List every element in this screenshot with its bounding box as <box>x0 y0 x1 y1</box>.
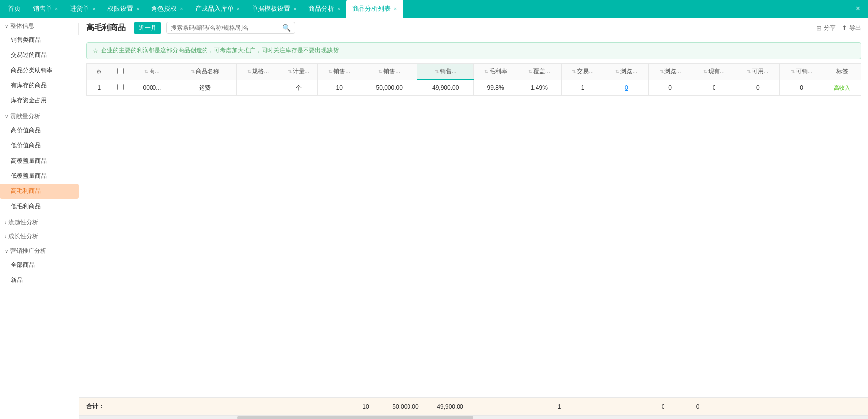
close-bill-template-icon[interactable]: × <box>293 0 296 18</box>
col-transactions[interactable]: ⇅交易... <box>561 64 605 80</box>
nav-home[interactable]: 首页 <box>2 0 27 18</box>
search-icon[interactable]: 🔍 <box>282 24 291 32</box>
col-spec[interactable]: ⇅规格... <box>236 64 280 80</box>
footer-transactions: 1 <box>542 403 576 410</box>
col-coverage[interactable]: ⇅覆盖... <box>517 64 561 80</box>
sidebar-item-high-coverage-goods[interactable]: 高覆盖量商品 <box>0 153 79 169</box>
sidebar-item-category-assist-rate[interactable]: 商品分类助销率 <box>0 63 79 78</box>
search-input[interactable] <box>171 24 279 31</box>
row-tag: 高收入 <box>823 80 861 95</box>
col-code[interactable]: ⇅商... <box>130 64 174 80</box>
sidebar-section-trend[interactable]: › 流趋性分析 <box>0 214 79 229</box>
page-title: 高毛利商品 <box>86 23 126 33</box>
export-button[interactable]: ⬆ 导出 <box>842 24 861 32</box>
footer-sales-cost: 49,900.00 <box>428 403 472 410</box>
nav-product-analysis[interactable]: 商品分析 × <box>303 0 346 18</box>
row-sales-cost: 49,900.00 <box>417 80 474 95</box>
col-available-stock[interactable]: ⇅可用... <box>736 64 779 80</box>
close-purchase-order-icon[interactable]: × <box>92 0 95 18</box>
main-layout: « ∨ 整体信息 销售类商品 交易过的商品 商品分类助销率 有库存的商品 库存资… <box>0 18 868 419</box>
top-navigation: 首页 销售单 × 进货单 × 权限设置 × 角色授权 × 产成品入库单 × 单据… <box>0 0 868 18</box>
content-area: 高毛利商品 近一月 🔍 ⊞ 分享 ⬆ 导出 ☆ 企业的主要的利润都是这部分商品创… <box>79 18 868 419</box>
col-sales-amount[interactable]: ⇅销售... <box>361 64 417 80</box>
col-views1[interactable]: ⇅浏览... <box>605 64 648 80</box>
footer-sales-amount: 50,000.00 <box>383 403 428 410</box>
close-window-button[interactable]: × <box>850 4 866 13</box>
select-all-checkbox[interactable] <box>117 68 124 74</box>
col-views2[interactable]: ⇅浏览... <box>649 64 692 80</box>
close-role-auth-icon[interactable]: × <box>180 0 183 18</box>
row-select-checkbox[interactable] <box>117 84 124 90</box>
share-button[interactable]: ⊞ 分享 <box>817 24 836 32</box>
col-settings[interactable]: ⚙ <box>87 64 111 80</box>
sidebar: « ∨ 整体信息 销售类商品 交易过的商品 商品分类助销率 有库存的商品 库存资… <box>0 18 79 419</box>
contribution-section-arrow: ∨ <box>5 114 8 119</box>
table-row: 1 0000... 运费 个 10 50,000.00 49,900.00 99… <box>87 80 861 95</box>
nav-purchase-order[interactable]: 进货单 × <box>64 0 101 18</box>
share-icon: ⊞ <box>817 24 822 32</box>
row-transactions: 1 <box>561 80 605 95</box>
nav-finished-goods[interactable]: 产成品入库单 × <box>189 0 246 18</box>
row-available-stock: 0 <box>736 80 779 95</box>
close-finished-goods-icon[interactable]: × <box>237 0 240 18</box>
sidebar-section-overall[interactable]: ∨ 整体信息 <box>0 18 79 32</box>
close-product-analysis-icon[interactable]: × <box>337 0 340 18</box>
close-permission-icon[interactable]: × <box>136 0 139 18</box>
col-name[interactable]: ⇅商品名称 <box>174 64 236 80</box>
row-spec <box>236 80 280 95</box>
settings-icon[interactable]: ⚙ <box>96 68 102 75</box>
close-product-analysis-list-icon[interactable]: × <box>394 0 397 18</box>
sidebar-item-low-value-goods[interactable]: 低价值商品 <box>0 138 79 153</box>
trend-section-arrow: › <box>5 220 6 225</box>
row-sales-qty: 10 <box>317 80 361 95</box>
col-gross-rate[interactable]: ⇅毛利率 <box>473 64 517 80</box>
nav-sales-order[interactable]: 销售单 × <box>27 0 64 18</box>
export-icon: ⬆ <box>842 24 847 32</box>
sidebar-item-sales-goods[interactable]: 销售类商品 <box>0 32 79 47</box>
col-sellable-stock[interactable]: ⇅可销... <box>779 64 823 80</box>
header-actions: ⊞ 分享 ⬆ 导出 <box>817 24 861 32</box>
row-sellable-stock: 0 <box>779 80 823 95</box>
row-coverage: 1.49% <box>517 80 561 95</box>
sidebar-item-new-goods[interactable]: 新品 <box>0 273 79 288</box>
row-views1[interactable]: 0 <box>605 80 648 95</box>
sidebar-item-low-margin-goods[interactable]: 低毛利商品 <box>0 199 79 214</box>
sidebar-item-high-value-goods[interactable]: 高价值商品 <box>0 123 79 138</box>
footer-label: 合计： <box>86 402 165 411</box>
overall-section-arrow: ∨ <box>5 23 8 29</box>
row-unit: 个 <box>280 80 317 95</box>
row-checkbox[interactable] <box>111 80 130 95</box>
sidebar-section-marketing[interactable]: ∨ 营销推广分析 <box>0 243 79 257</box>
horizontal-scrollbar[interactable] <box>79 415 868 419</box>
info-banner: ☆ 企业的主要的利润都是这部分商品创造的，可考虑加大推广，同时关注库存是不要出现… <box>86 42 861 59</box>
col-sales-cost[interactable]: ⇅销售... <box>417 64 474 80</box>
sidebar-item-all-goods[interactable]: 全部商品 <box>0 257 79 273</box>
search-box: 🔍 <box>166 22 295 34</box>
table-wrapper[interactable]: ⚙ ⇅商... ⇅商品名称 ⇅规格... <box>79 63 868 397</box>
sidebar-section-contribution[interactable]: ∨ 贡献量分析 <box>0 108 79 123</box>
row-gross-rate: 99.8% <box>473 80 517 95</box>
sidebar-item-traded-goods[interactable]: 交易过的商品 <box>0 47 79 63</box>
col-checkbox[interactable] <box>111 64 130 80</box>
sidebar-section-growth[interactable]: › 成长性分析 <box>0 229 79 243</box>
footer-sales-qty: 10 <box>349 403 383 410</box>
nav-product-analysis-list[interactable]: 商品分析列表 × <box>346 0 403 18</box>
col-sales-qty[interactable]: ⇅销售... <box>317 64 361 80</box>
col-unit[interactable]: ⇅计量... <box>280 64 317 80</box>
sidebar-item-low-coverage-goods[interactable]: 低覆盖量商品 <box>0 168 79 184</box>
table-header-row: ⚙ ⇅商... ⇅商品名称 ⇅规格... <box>87 64 861 80</box>
close-sales-order-icon[interactable]: × <box>55 0 58 18</box>
period-button[interactable]: 近一月 <box>134 22 161 34</box>
nav-role-auth[interactable]: 角色授权 × <box>145 0 189 18</box>
nav-bill-template[interactable]: 单据模板设置 × <box>246 0 302 18</box>
nav-permission-settings[interactable]: 权限设置 × <box>102 0 145 18</box>
growth-section-arrow: › <box>5 234 6 239</box>
col-current-stock[interactable]: ⇅现有... <box>692 64 736 80</box>
sidebar-item-in-stock-goods[interactable]: 有库存的商品 <box>0 78 79 93</box>
sidebar-toggle-button[interactable]: « <box>78 23 79 35</box>
col-tag[interactable]: 标签 <box>823 64 861 80</box>
sidebar-item-stock-capital[interactable]: 库存资金占用 <box>0 93 79 108</box>
data-table: ⚙ ⇅商... ⇅商品名称 ⇅规格... <box>86 63 861 96</box>
sidebar-item-high-margin-goods[interactable]: 高毛利商品 <box>0 184 79 199</box>
scrollbar-thumb[interactable] <box>237 416 474 419</box>
